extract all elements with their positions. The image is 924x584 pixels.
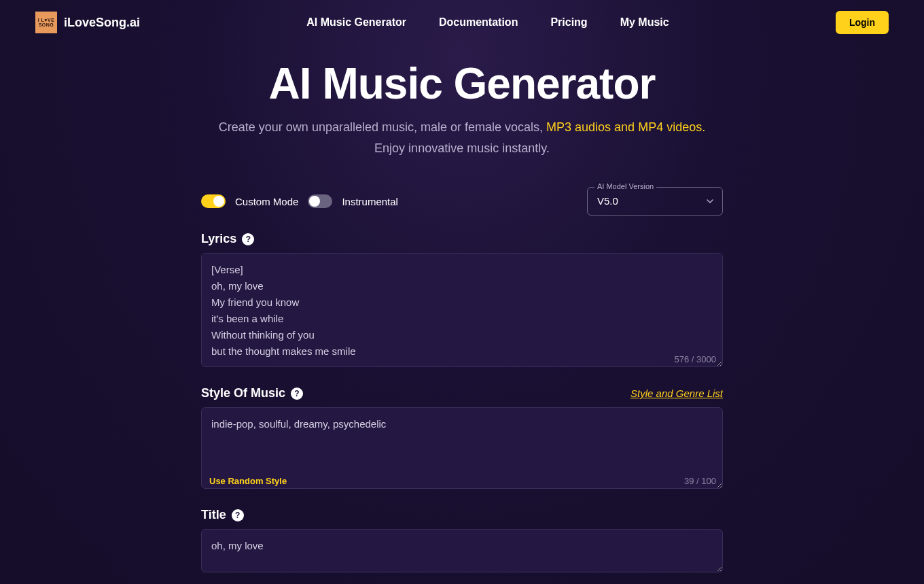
model-version-value: V5.0 <box>597 195 618 207</box>
lyrics-counter: 576 / 3000 <box>675 354 716 364</box>
instrumental-label: Instrumental <box>342 196 398 207</box>
custom-mode-toggle[interactable] <box>201 194 226 208</box>
main: AI Music Generator Create your own unpar… <box>201 45 723 584</box>
nav-documentation[interactable]: Documentation <box>439 16 518 29</box>
instrumental-toggle[interactable] <box>308 194 332 208</box>
lyrics-wrap: 576 / 3000 <box>201 253 723 370</box>
nav-my-music[interactable]: My Music <box>620 16 669 29</box>
help-icon[interactable]: ? <box>242 233 254 245</box>
nav-pricing[interactable]: Pricing <box>550 16 587 29</box>
style-label-row: Style Of Music ? Style and Genre List <box>201 386 723 400</box>
help-icon[interactable]: ? <box>232 509 244 521</box>
model-version-select[interactable]: AI Model Version V5.0 <box>587 187 723 216</box>
style-wrap: Use Random Style 39 / 100 <box>201 407 723 492</box>
use-random-style-button[interactable]: Use Random Style <box>209 476 287 486</box>
style-label: Style Of Music ? <box>201 386 303 400</box>
lyrics-input[interactable] <box>201 253 723 367</box>
subtitle-accent: MP3 audios and MP4 videos. <box>546 120 705 134</box>
style-genre-list-link[interactable]: Style and Genre List <box>630 388 723 399</box>
title-input[interactable] <box>201 529 723 572</box>
login-button[interactable]: Login <box>836 11 889 34</box>
logo-icon: I L♥VE SONG <box>35 12 57 33</box>
style-counter: 39 / 100 <box>684 476 716 486</box>
chevron-down-icon <box>706 197 714 205</box>
page-title: AI Music Generator <box>201 58 723 109</box>
title-label: Title ? <box>201 508 244 522</box>
model-version-label: AI Model Version <box>594 182 656 190</box>
toggles: Custom Mode Instrumental <box>201 194 398 208</box>
nav-ai-music-generator[interactable]: AI Music Generator <box>306 16 406 29</box>
controls-row: Custom Mode Instrumental AI Model Versio… <box>201 187 723 216</box>
title-label-row: Title ? <box>201 508 723 522</box>
custom-mode-label: Custom Mode <box>235 196 298 207</box>
header: I L♥VE SONG iLoveSong.ai AI Music Genera… <box>0 0 924 45</box>
nav: AI Music Generator Documentation Pricing… <box>306 16 669 29</box>
brand-name: iLoveSong.ai <box>64 16 140 30</box>
help-icon[interactable]: ? <box>291 388 303 400</box>
lyrics-label-row: Lyrics ? <box>201 232 723 246</box>
brand[interactable]: I L♥VE SONG iLoveSong.ai <box>35 12 140 33</box>
title-wrap <box>201 529 723 575</box>
lyrics-label: Lyrics ? <box>201 232 254 246</box>
page-subtitle: Create your own unparalleled music, male… <box>201 117 723 158</box>
